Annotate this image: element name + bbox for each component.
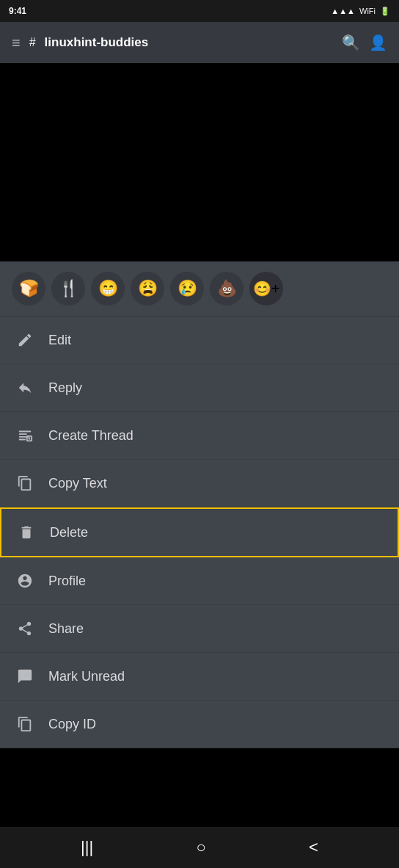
status-icons: ▲▲▲ WiFi 🔋 <box>331 7 390 16</box>
copy-text-label: Copy Text <box>48 476 107 491</box>
menu-item-copy-id[interactable]: Copy ID <box>0 701 399 748</box>
context-menu: 🍞 🍴 😁 😩 😢 💩 😊+ Edit Reply <box>0 261 399 748</box>
menu-item-profile[interactable]: Profile <box>0 557 399 605</box>
bottom-nav-bar: ||| ○ < <box>0 827 399 868</box>
reply-icon <box>15 377 35 398</box>
status-bar: 9:41 ▲▲▲ WiFi 🔋 <box>0 0 399 22</box>
emoji-tired[interactable]: 😩 <box>131 272 164 305</box>
delete-row-wrapper: Delete ⬅ <box>0 507 399 557</box>
mark-unread-label: Mark Unread <box>48 669 125 684</box>
profile-label: Profile <box>48 574 86 589</box>
menu-item-copy-text[interactable]: Copy Text <box>0 460 399 507</box>
hamburger-icon[interactable]: ≡ <box>12 35 21 51</box>
mark-unread-icon <box>15 666 35 687</box>
copy-text-icon <box>15 473 35 493</box>
members-icon[interactable]: 👤 <box>369 34 387 51</box>
add-reaction-button[interactable]: 😊+ <box>249 272 283 305</box>
bottom-nav-back[interactable]: < <box>309 838 318 857</box>
bottom-nav-recent[interactable]: ||| <box>81 838 93 857</box>
channel-title: linuxhint-buddies <box>45 35 333 50</box>
menu-item-edit[interactable]: Edit <box>0 317 399 364</box>
chat-content-area <box>0 63 399 261</box>
emoji-bread[interactable]: 🍞 <box>12 272 45 305</box>
menu-item-reply[interactable]: Reply <box>0 364 399 412</box>
thread-icon <box>15 425 35 446</box>
search-icon[interactable]: 🔍 <box>342 34 360 51</box>
copy-id-label: Copy ID <box>48 717 96 732</box>
profile-icon <box>15 571 35 591</box>
delete-label: Delete <box>50 525 88 540</box>
menu-item-create-thread[interactable]: Create Thread <box>0 412 399 460</box>
pencil-icon <box>15 330 35 350</box>
copy-id-icon <box>15 714 35 734</box>
emoji-reaction-bar: 🍞 🍴 😁 😩 😢 💩 😊+ <box>0 261 399 317</box>
emoji-fork[interactable]: 🍴 <box>51 272 85 305</box>
bottom-nav-home[interactable]: ○ <box>196 838 205 857</box>
status-time: 9:41 <box>9 6 26 16</box>
reply-label: Reply <box>48 380 82 396</box>
hash-icon: # <box>29 36 36 49</box>
create-thread-label: Create Thread <box>48 428 133 444</box>
share-label: Share <box>48 621 84 637</box>
share-icon <box>15 618 35 639</box>
menu-item-share[interactable]: Share <box>0 605 399 653</box>
menu-item-delete[interactable]: Delete <box>0 507 399 557</box>
trash-icon <box>16 522 37 543</box>
emoji-cry[interactable]: 😢 <box>170 272 204 305</box>
nav-bar: ≡ # linuxhint-buddies 🔍 👤 <box>0 22 399 63</box>
emoji-poop[interactable]: 💩 <box>210 272 244 305</box>
edit-label: Edit <box>48 333 71 348</box>
emoji-grin[interactable]: 😁 <box>91 272 125 305</box>
menu-item-mark-unread[interactable]: Mark Unread <box>0 653 399 701</box>
